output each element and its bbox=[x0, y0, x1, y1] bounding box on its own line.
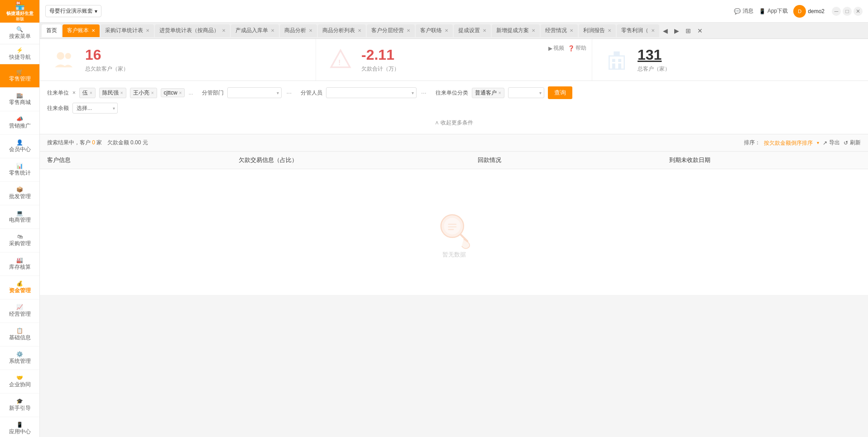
collapse-btn[interactable]: ∧ 收起更多条件 bbox=[47, 117, 861, 128]
tab-close-profit[interactable]: ✕ bbox=[608, 28, 611, 33]
tab-profit-report[interactable]: 利润报告 ✕ bbox=[579, 24, 616, 37]
tab-customer-contact[interactable]: 客户联络 ✕ bbox=[416, 24, 453, 37]
sidebar-item-enterprise[interactable]: 🤝 企业协同 bbox=[0, 370, 39, 394]
help-action[interactable]: ❓ 帮助 bbox=[568, 44, 586, 52]
sidebar-item-new-guide[interactable]: 🎓 新手引导 bbox=[0, 394, 39, 417]
balance-select[interactable]: 选择... bbox=[72, 103, 118, 114]
sidebar-item-wholesale-mgmt[interactable]: 📦 批发管理 bbox=[0, 182, 39, 205]
sidebar-item-system-mgmt[interactable]: ⚙️ 系统管理 bbox=[0, 347, 39, 370]
dept-dots[interactable]: ··· bbox=[286, 89, 292, 96]
sidebar-item-basic-info[interactable]: 📋 基础信息 bbox=[0, 323, 39, 347]
tab-promotion-settings[interactable]: 提成设置 ✕ bbox=[454, 24, 491, 37]
refresh-btn[interactable]: ↺ 刷新 bbox=[844, 139, 861, 147]
help-icon: ❓ bbox=[568, 45, 575, 52]
stat-label-debt: 欠款合计（万） bbox=[361, 65, 399, 73]
messages-btn[interactable]: 💬 消息 bbox=[734, 7, 753, 15]
unit-class-select[interactable] bbox=[508, 87, 544, 98]
tab-stock-stats[interactable]: 进货单统计表（按商品） ✕ bbox=[155, 24, 230, 37]
maximize-button[interactable]: □ bbox=[843, 7, 852, 16]
tag-close-normal[interactable]: × bbox=[499, 90, 501, 95]
tab-close-production[interactable]: ✕ bbox=[271, 28, 274, 33]
tab-goods-analysis-list[interactable]: 商品分析列表 ✕ bbox=[318, 24, 366, 37]
tab-close-accounts[interactable]: ✕ bbox=[91, 28, 95, 33]
query-button[interactable]: 查询 bbox=[548, 86, 572, 99]
video-action[interactable]: ▶ 视频 bbox=[548, 44, 564, 52]
tab-business-status[interactable]: 经营情况 ✕ bbox=[541, 24, 578, 37]
filter-tag-normal-customer[interactable]: 普通客户 × bbox=[472, 88, 504, 98]
sidebar-item-quick-nav[interactable]: ⚡ 快捷导航 bbox=[0, 44, 39, 64]
sidebar-item-operations[interactable]: 📈 经营管理 bbox=[0, 299, 39, 323]
sidebar-item-purchase-mgmt[interactable]: 🛍 采购管理 bbox=[0, 229, 39, 252]
tab-close-stock[interactable]: ✕ bbox=[222, 28, 225, 33]
filter-tag-wu[interactable]: 伍 × bbox=[79, 88, 96, 98]
user-menu[interactable]: D demo2 bbox=[793, 5, 825, 18]
minimize-button[interactable]: ─ bbox=[832, 7, 841, 16]
sidebar-item-inventory[interactable]: 🏭 库存核算 bbox=[0, 252, 39, 276]
svg-point-0 bbox=[57, 52, 64, 60]
filter-row-2: 往来余额 选择... bbox=[47, 103, 861, 114]
logo-text: 畅捷通好生意 bbox=[6, 11, 34, 16]
manager-dots[interactable]: ··· bbox=[421, 89, 427, 96]
tab-close-contact[interactable]: ✕ bbox=[445, 28, 448, 33]
tab-close-goods-list[interactable]: ✕ bbox=[358, 28, 361, 33]
unit-class-label: 往来单位分类 bbox=[436, 89, 468, 97]
empty-icon bbox=[432, 205, 477, 251]
stat-value-debt: -2.11 bbox=[361, 47, 399, 63]
tab-close-purchase[interactable]: ✕ bbox=[146, 28, 149, 33]
col-debt-info: 欠款交易信息（占比） bbox=[239, 156, 478, 164]
sort-select[interactable]: 按欠款金额倒序排序 bbox=[764, 140, 819, 146]
filter-tag-chen[interactable]: 陈民强 × bbox=[99, 88, 126, 98]
manager-label: 分管人员 bbox=[301, 89, 322, 97]
close-button[interactable]: ✕ bbox=[854, 7, 863, 16]
sort-select-wrapper: 按欠款金额倒序排序 bbox=[764, 140, 819, 146]
sidebar-item-finance[interactable]: 💰 资金管理 bbox=[0, 276, 39, 299]
tag-close-chen[interactable]: × bbox=[120, 90, 123, 95]
message-icon: 💬 bbox=[734, 8, 741, 14]
stat-card-total-customers: 131 总客户（家） bbox=[592, 39, 868, 81]
tab-home[interactable]: 首页 bbox=[42, 24, 62, 37]
tab-expand-arrow[interactable]: ⊞ bbox=[683, 27, 694, 34]
tab-close-tier[interactable]: ✕ bbox=[407, 28, 410, 33]
sidebar-item-retail-mgmt[interactable]: 🛒 零售管理 bbox=[0, 64, 39, 88]
tab-production[interactable]: 产成品入库单 ✕ bbox=[231, 24, 279, 37]
filter-more-tags[interactable]: ... bbox=[188, 90, 193, 96]
sidebar-item-ecommerce[interactable]: 💻 电商管理 bbox=[0, 205, 39, 229]
tab-close-all[interactable]: ✕ bbox=[695, 27, 705, 34]
sidebar-item-marketing[interactable]: 📣 营销推广 bbox=[0, 111, 39, 135]
tag-close-cjttcw[interactable]: × bbox=[179, 90, 182, 95]
store-select[interactable]: 母婴行业演示账套 ▾ bbox=[45, 5, 101, 17]
tab-new-promotion[interactable]: 新增提成方案 ✕ bbox=[492, 24, 540, 37]
tab-next-arrow[interactable]: ▶ bbox=[671, 27, 682, 34]
stat-card-customers: 16 总欠款客户（家） bbox=[40, 39, 316, 81]
sidebar-item-retail-shop[interactable]: 🏬 零售商城 bbox=[0, 88, 39, 111]
customers-icon bbox=[51, 46, 78, 73]
app-download-btn[interactable]: 📱 App下载 bbox=[759, 7, 788, 15]
sidebar-item-search[interactable]: 🔍 搜索菜单 bbox=[0, 23, 39, 44]
manager-select[interactable] bbox=[326, 87, 417, 98]
sidebar-item-retail-stats[interactable]: 📊 零售统计 bbox=[0, 158, 39, 182]
stat-actions: ▶ 视频 ❓ 帮助 bbox=[548, 44, 586, 52]
col-due-date: 到期未收款日期 bbox=[669, 156, 861, 164]
tab-close-promo-settings[interactable]: ✕ bbox=[483, 28, 486, 33]
tab-close-new-promo[interactable]: ✕ bbox=[532, 28, 535, 33]
filter-tag-cjttcw[interactable]: cjttcw × bbox=[161, 88, 185, 97]
svg-text:!: ! bbox=[338, 58, 341, 67]
tab-close-business[interactable]: ✕ bbox=[570, 28, 573, 33]
tab-prev-arrow[interactable]: ◀ bbox=[660, 27, 671, 34]
tab-goods-analysis[interactable]: 商品分析 ✕ bbox=[280, 24, 317, 37]
tab-purchase-order[interactable]: 采购订单统计表 ✕ bbox=[101, 24, 154, 37]
tag-close-wu[interactable]: × bbox=[90, 90, 92, 95]
tab-accounts[interactable]: 客户账本 ✕ bbox=[62, 24, 100, 37]
sidebar-item-member-center[interactable]: 👤 会员中心 bbox=[0, 135, 39, 158]
stat-info-debt: -2.11 欠款合计（万） bbox=[361, 47, 399, 73]
tab-close-retail-profit[interactable]: ✕ bbox=[651, 28, 655, 33]
tab-customer-tier[interactable]: 客户分层经营 ✕ bbox=[367, 24, 415, 37]
tab-retail-profit[interactable]: 零售利润（ ✕ bbox=[617, 24, 659, 37]
tag-close-wang[interactable]: × bbox=[151, 90, 154, 95]
dept-select[interactable] bbox=[227, 87, 282, 98]
filter-tag-wang[interactable]: 王小亮 × bbox=[130, 88, 157, 98]
export-btn[interactable]: ↗ 导出 bbox=[823, 139, 840, 147]
tab-close-goods[interactable]: ✕ bbox=[309, 28, 312, 33]
sidebar-item-app-center[interactable]: 📱 应用中心 bbox=[0, 417, 39, 437]
video-icon: ▶ bbox=[548, 45, 552, 52]
